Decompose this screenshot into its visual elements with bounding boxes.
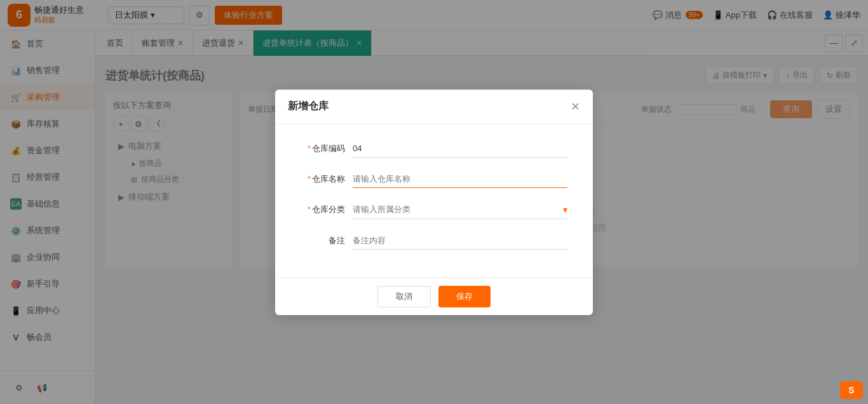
category-dropdown-icon[interactable]: ▾ — [563, 205, 567, 215]
form-row-category: 仓库分类 ▾ — [301, 201, 567, 219]
remark-label: 备注 — [301, 235, 345, 246]
main-content-area: 首页 账套管理 ✕ 进货退货 ✕ 进货单统计表（按商品） ✕ — ⤢ 进货单统计… — [95, 30, 868, 404]
main-layout: 🏠 首页 📊 销售管理 🛒 采购管理 📦 库存核算 💰 资金管理 📋 经营管理 … — [0, 30, 868, 404]
modal-title: 新增仓库 — [288, 100, 329, 113]
form-row-remark: 备注 — [301, 232, 567, 250]
code-input[interactable] — [353, 140, 567, 158]
category-label: 仓库分类 — [301, 204, 345, 215]
modal-footer: 取消 保存 — [275, 278, 593, 315]
modal-close-button[interactable]: ✕ — [571, 100, 580, 114]
cancel-button[interactable]: 取消 — [377, 286, 431, 307]
modal-overlay: 新增仓库 ✕ 仓库编码 仓库名称 仓库分类 — [95, 30, 868, 404]
brand-logo: S — [840, 381, 863, 399]
remark-input[interactable] — [353, 232, 567, 250]
name-label: 仓库名称 — [301, 173, 345, 185]
category-input[interactable] — [353, 205, 563, 214]
name-input[interactable] — [353, 170, 567, 188]
category-select-wrap: ▾ — [353, 201, 567, 219]
code-label: 仓库编码 — [301, 143, 345, 154]
modal-body: 仓库编码 仓库名称 仓库分类 ▾ — [275, 125, 593, 278]
form-row-code: 仓库编码 — [301, 140, 567, 158]
new-warehouse-modal: 新增仓库 ✕ 仓库编码 仓库名称 仓库分类 — [275, 90, 593, 315]
modal-header: 新增仓库 ✕ — [275, 90, 593, 125]
form-row-name: 仓库名称 — [301, 170, 567, 188]
save-button[interactable]: 保存 — [438, 286, 491, 307]
